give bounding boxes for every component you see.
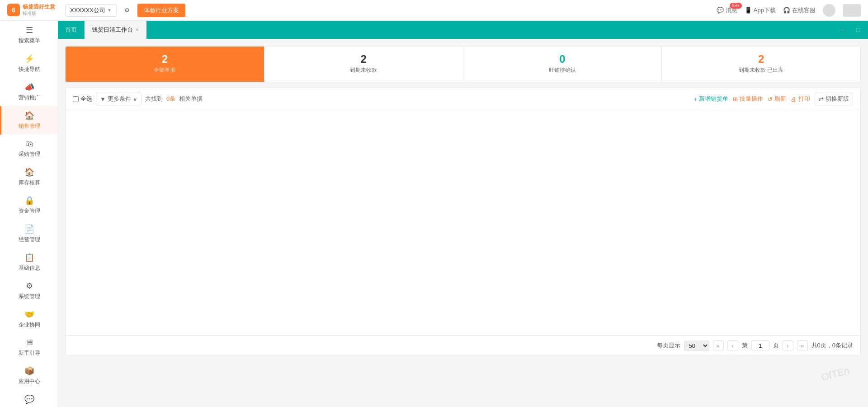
page-suffix-label: 页	[773, 342, 779, 350]
sidebar-label-marketing: 营销推广	[19, 94, 40, 102]
sidebar-label-search-menu: 搜索菜单	[19, 37, 40, 45]
user-name-block[interactable]	[843, 4, 861, 17]
found-count: 0条	[166, 95, 175, 103]
guide-icon: 🖥	[25, 338, 33, 347]
top-header: 6 畅捷通好生意 标准版 XXXXXX公司 ▼ ⚙ 体验行业方案 💬 消息 99…	[0, 0, 868, 21]
add-sale-order-button[interactable]: + 新增销货单	[693, 95, 728, 103]
sidebar-item-system[interactable]: ⚙ 系统管理	[0, 276, 57, 305]
filter-label: 更多条件	[108, 95, 131, 103]
messages-button[interactable]: 💬 消息 99+	[717, 6, 737, 14]
card-label-overdue-out: 到期未收款 已出库	[671, 66, 851, 74]
found-prefix: 共找到	[145, 95, 163, 103]
switch-icon: ⇄	[819, 96, 824, 103]
logo-text: 畅捷通好生意	[23, 4, 55, 10]
purchase-icon: 🛍	[25, 139, 33, 149]
operation-icon: 📄	[24, 224, 34, 234]
summary-card-overdue-out[interactable]: 2 到期未收款 已出库	[662, 47, 860, 82]
select-all-input[interactable]	[73, 96, 79, 102]
found-suffix: 相关单据	[179, 95, 203, 103]
next-page-button[interactable]: ›	[783, 340, 793, 351]
sidebar-item-marketing[interactable]: 📣 营销推广	[0, 78, 57, 106]
summary-card-pending[interactable]: 0 旺铺待确认	[463, 47, 662, 82]
table-container	[65, 110, 861, 336]
message-icon: 💬	[717, 7, 724, 14]
sales-icon: 🏠	[24, 111, 34, 121]
sidebar-item-sales[interactable]: 🏠 销售管理	[0, 106, 57, 135]
per-page-label: 每页显示	[657, 342, 680, 350]
logo-sub: 标准版	[23, 10, 55, 17]
current-page-input[interactable]	[751, 340, 769, 351]
sidebar-label-quick-nav: 快捷导航	[19, 65, 40, 73]
gear-icon: ⚙	[124, 7, 130, 14]
sidebar-item-app-center[interactable]: 📦 应用中心	[0, 361, 57, 390]
sidebar-label-operation: 经营管理	[19, 236, 40, 243]
app-download-label: App下载	[754, 6, 776, 14]
switch-version-button[interactable]: ⇄ 切换新版	[815, 93, 853, 105]
print-button[interactable]: 🖨 打印	[791, 95, 810, 103]
inventory-icon: 🏠	[24, 167, 34, 177]
tab-close-icon[interactable]: ×	[136, 27, 139, 33]
sidebar-item-inventory[interactable]: 🏠 库存核算	[0, 163, 57, 191]
tab-home[interactable]: 首页	[58, 21, 85, 39]
card-label-pending: 旺铺待确认	[472, 66, 653, 74]
sidebar-label-capital: 资金管理	[19, 207, 40, 215]
sidebar-label-purchase: 采购管理	[19, 150, 40, 158]
sidebar-label-app-center: 应用中心	[19, 378, 40, 385]
filter-button[interactable]: ▼ 更多条件 ∨	[96, 93, 142, 105]
toolbar: 全选 ▼ 更多条件 ∨ 共找到 0条 相关单据 + 新增销货单 ⊞ 批量操作 ↺…	[65, 88, 861, 110]
card-label-overdue: 到期未收款	[274, 66, 454, 74]
messages-badge: 99+	[730, 3, 742, 9]
sidebar-item-search-menu[interactable]: ☰ 搜索菜单	[0, 21, 57, 49]
card-number-overdue-out: 2	[671, 53, 851, 65]
marketing-icon: 📣	[24, 82, 34, 92]
summary-card-all[interactable]: 2 全部单据	[66, 47, 264, 82]
refresh-label: 刷新	[774, 95, 786, 103]
per-page-select[interactable]: 50 100 200	[684, 341, 709, 351]
sidebar-label-basic-info: 基础信息	[19, 264, 40, 272]
tab-maximize-button[interactable]: □	[852, 23, 864, 36]
sidebar: ☰ 搜索菜单 ⚡ 快捷导航 📣 营销推广 🏠 销售管理 🛍 采购管理 🏠 库存核…	[0, 21, 58, 407]
card-number-all: 2	[75, 53, 255, 65]
experience-button[interactable]: 体验行业方案	[137, 4, 185, 17]
filter-arrow-icon: ∨	[133, 96, 137, 103]
sidebar-label-guide: 新手引导	[19, 349, 40, 357]
tab-minimize-button[interactable]: ─	[837, 23, 850, 36]
service-icon: 🎧	[783, 7, 790, 14]
prev-page-button[interactable]: ‹	[727, 340, 738, 351]
card-number-overdue: 2	[274, 53, 454, 65]
online-service-label: 在线客服	[792, 6, 816, 14]
settings-button[interactable]: ⚙	[120, 4, 134, 17]
sidebar-item-capital[interactable]: 🔒 资金管理	[0, 191, 57, 220]
batch-operation-button[interactable]: ⊞ 批量操作	[733, 95, 763, 103]
logo-area: 6 畅捷通好生意 标准版	[7, 4, 65, 16]
logo-icon: 6	[7, 4, 20, 16]
toolbar-left: 全选 ▼ 更多条件 ∨ 共找到 0条 相关单据	[73, 93, 203, 105]
last-page-button[interactable]: »	[797, 340, 808, 351]
tab-work-bench-label: 钱货日清工作台	[92, 26, 133, 34]
sidebar-item-operation[interactable]: 📄 经营管理	[0, 220, 57, 248]
summary-card-overdue[interactable]: 2 到期未收款	[264, 47, 463, 82]
sidebar-item-basic-info[interactable]: 📋 基础信息	[0, 248, 57, 276]
refresh-icon: ↺	[768, 96, 773, 103]
company-selector[interactable]: XXXXXX公司 ▼	[65, 4, 117, 17]
sidebar-label-enterprise: 企业协同	[19, 321, 40, 329]
download-icon: 📱	[745, 7, 752, 14]
batch-icon: ⊞	[733, 96, 738, 103]
select-all-label: 全选	[80, 95, 92, 103]
sidebar-item-guide[interactable]: 🖥 新手引导	[0, 333, 57, 361]
first-page-button[interactable]: «	[713, 340, 724, 351]
sidebar-item-quick-nav[interactable]: ⚡ 快捷导航	[0, 49, 57, 78]
tab-home-label: 首页	[65, 26, 77, 34]
refresh-button[interactable]: ↺ 刷新	[768, 95, 786, 103]
sidebar-item-wechat[interactable]: 💬 企业微信	[0, 390, 57, 407]
tab-work-bench[interactable]: 钱货日清工作台 ×	[85, 21, 146, 39]
batch-label: 批量操作	[740, 95, 763, 103]
sidebar-item-enterprise[interactable]: 🤝 企业协同	[0, 305, 57, 333]
app-download-button[interactable]: 📱 App下载	[745, 6, 776, 14]
page-prefix-label: 第	[742, 342, 748, 350]
print-label: 打印	[798, 95, 810, 103]
online-service-button[interactable]: 🎧 在线客服	[783, 6, 816, 14]
sidebar-item-purchase[interactable]: 🛍 采购管理	[0, 135, 57, 163]
user-avatar[interactable]	[823, 4, 835, 17]
select-all-checkbox[interactable]: 全选	[73, 95, 92, 103]
